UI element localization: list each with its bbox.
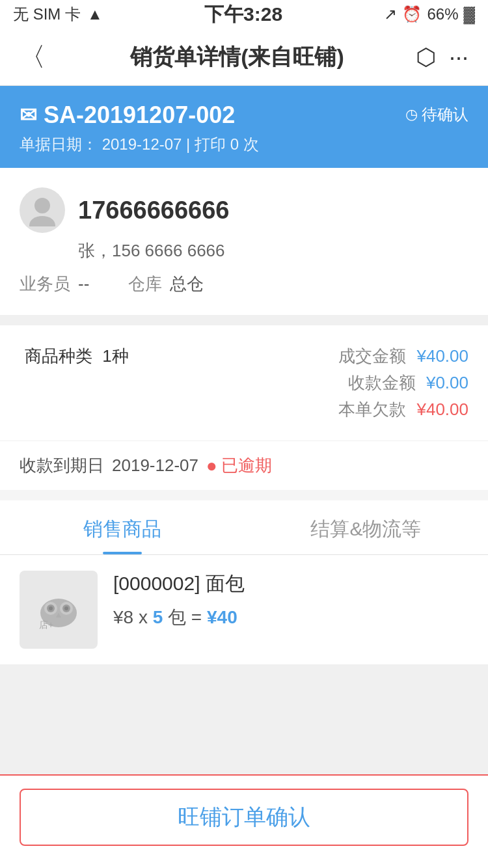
summary-section: 商品种类 1种 成交金额 ¥40.00 收款金额 ¥0.00 本单欠款 ¥40.… bbox=[0, 325, 488, 441]
amount-value-1: ¥40.00 bbox=[416, 346, 468, 366]
due-date-value: 2019-12-07 bbox=[112, 455, 198, 476]
order-icon: ✉ bbox=[20, 103, 37, 128]
product-info: [0000002] 面包 ¥8 x 5 包 = ¥40 bbox=[113, 571, 468, 630]
customer-phone: 17666666666 bbox=[78, 197, 229, 224]
order-date-value: 2019-12-07 bbox=[102, 135, 182, 153]
nav-actions: ⬡ ··· bbox=[416, 44, 468, 71]
person-icon bbox=[26, 194, 59, 226]
share-button[interactable]: ⬡ bbox=[416, 44, 436, 71]
amount-row-3: 本单欠款 ¥40.00 bbox=[338, 398, 468, 421]
tabs-header: 销售商品 结算&物流等 bbox=[0, 500, 488, 555]
status-text: 待确认 bbox=[422, 104, 468, 125]
svg-point-0 bbox=[34, 198, 50, 213]
product-total: ¥40 bbox=[207, 607, 237, 627]
amount-row-2: 收款金额 ¥0.00 bbox=[348, 372, 468, 394]
order-date-label: 单据日期： bbox=[20, 135, 98, 153]
battery-icon: ▓ bbox=[464, 5, 476, 23]
product-title: 面包 bbox=[206, 573, 245, 594]
page-title: 销货单详情(来自旺铺) bbox=[130, 42, 344, 72]
sales-info: 业务员 -- bbox=[20, 273, 89, 295]
product-type-label: 商品种类 bbox=[25, 346, 92, 366]
carrier-label: 无 SIM 卡 bbox=[13, 4, 81, 25]
due-date-section: 收款到期日 2019-12-07 ● 已逾期 bbox=[0, 441, 488, 490]
svg-point-1 bbox=[29, 216, 55, 226]
product-image: 店+ bbox=[20, 571, 98, 649]
product-list: 店+ [0000002] 面包 ¥8 x 5 包 = ¥40 bbox=[0, 555, 488, 664]
tab-products-label: 销售商品 bbox=[83, 518, 161, 539]
tabs-section: 销售商品 结算&物流等 店+ bbox=[0, 500, 488, 664]
amount-label-2: 收款金额 bbox=[348, 372, 416, 394]
tab-settlement[interactable]: 结算&物流等 bbox=[244, 500, 488, 554]
product-name: [0000002] 面包 bbox=[113, 571, 468, 597]
sales-value: -- bbox=[78, 274, 89, 294]
product-quantity: 5 bbox=[153, 607, 163, 627]
product-type-value: 1种 bbox=[102, 346, 128, 366]
warehouse-value: 总仓 bbox=[170, 273, 204, 295]
customer-meta: 业务员 -- 仓库 总仓 bbox=[20, 273, 468, 295]
product-item: 店+ [0000002] 面包 ¥8 x 5 包 = ¥40 bbox=[0, 555, 488, 664]
summary-right: 成交金额 ¥40.00 收款金额 ¥0.00 本单欠款 ¥40.00 bbox=[338, 345, 468, 421]
customer-name: 张，156 6666 6666 bbox=[20, 239, 468, 262]
status-clock-icon: ◷ bbox=[405, 106, 418, 123]
alarm-icon: ⏰ bbox=[402, 5, 422, 23]
overdue-icon: ● bbox=[206, 455, 217, 476]
amount-value-3: ¥40.00 bbox=[416, 400, 468, 420]
back-button[interactable]: 〈 bbox=[20, 39, 59, 75]
svg-point-8 bbox=[64, 606, 68, 610]
tab-products[interactable]: 销售商品 bbox=[0, 500, 244, 554]
overdue-badge: ● 已逾期 bbox=[206, 454, 272, 477]
customer-top: 17666666666 bbox=[20, 187, 468, 233]
product-unit: 包 = bbox=[168, 607, 207, 627]
product-type: 商品种类 1种 bbox=[20, 345, 129, 368]
divider-1 bbox=[0, 315, 488, 325]
svg-text:店+: 店+ bbox=[39, 619, 53, 629]
order-header: ✉ SA-20191207-002 单据日期： 2019-12-07 | 打印 … bbox=[0, 86, 488, 168]
owl-icon: 店+ bbox=[33, 590, 85, 629]
customer-section: 17666666666 张，156 6666 6666 业务员 -- 仓库 总仓 bbox=[0, 168, 488, 315]
due-date-label: 收款到期日 bbox=[20, 454, 104, 477]
order-date: 单据日期： 2019-12-07 | 打印 0 次 bbox=[20, 134, 259, 155]
confirm-order-button[interactable]: 旺铺订单确认 bbox=[20, 789, 468, 846]
tab-settlement-label: 结算&物流等 bbox=[310, 518, 421, 539]
amount-label-3: 本单欠款 bbox=[338, 398, 406, 421]
status-time: 下午3:28 bbox=[204, 1, 282, 28]
warehouse-info: 仓库 总仓 bbox=[128, 273, 204, 295]
summary-left: 商品种类 1种 bbox=[20, 345, 129, 368]
wifi-icon: ▲ bbox=[87, 5, 103, 23]
more-button[interactable]: ··· bbox=[449, 44, 468, 71]
order-status: ◷ 待确认 bbox=[405, 104, 468, 125]
product-price-row: ¥8 x 5 包 = ¥40 bbox=[113, 605, 468, 630]
product-unit-price: ¥8 x bbox=[113, 607, 153, 627]
svg-point-7 bbox=[49, 606, 53, 610]
status-right: ↗ ⏰ 66% ▓ bbox=[384, 5, 475, 23]
order-id: ✉ SA-20191207-002 bbox=[20, 102, 259, 129]
bottom-action: 旺铺订单确认 bbox=[0, 774, 488, 868]
amount-row-1: 成交金额 ¥40.00 bbox=[338, 345, 468, 368]
battery-label: 66% bbox=[427, 5, 458, 23]
product-code: [0000002] bbox=[113, 573, 200, 594]
sales-label: 业务员 bbox=[20, 273, 70, 295]
status-left: 无 SIM 卡 ▲ bbox=[13, 4, 103, 25]
overdue-text: 已逾期 bbox=[221, 454, 272, 477]
status-bar: 无 SIM 卡 ▲ 下午3:28 ↗ ⏰ 66% ▓ bbox=[0, 0, 488, 29]
customer-avatar bbox=[20, 187, 65, 233]
nav-bar: 〈 销货单详情(来自旺铺) ⬡ ··· bbox=[0, 29, 488, 86]
order-header-left: ✉ SA-20191207-002 单据日期： 2019-12-07 | 打印 … bbox=[20, 102, 259, 155]
amount-label-1: 成交金额 bbox=[338, 345, 406, 368]
amount-value-2: ¥0.00 bbox=[426, 373, 468, 393]
order-print-info: | 打印 0 次 bbox=[186, 135, 259, 153]
order-id-text: SA-20191207-002 bbox=[44, 102, 235, 129]
warehouse-label: 仓库 bbox=[128, 273, 162, 295]
signal-icon: ↗ bbox=[384, 5, 397, 23]
